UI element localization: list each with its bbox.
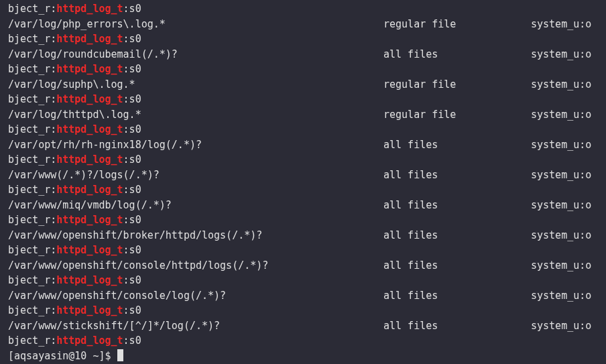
wrap-suffix: :s0: [123, 214, 141, 226]
fcontext-filetype: all files: [383, 198, 531, 213]
fcontext-context: system_u:o: [531, 318, 591, 334]
fcontext-wrap-line: bject_r:httpd_log_t:s0: [8, 303, 606, 318]
wrap-suffix: :s0: [123, 33, 141, 45]
shell-prompt: [aqsayasin@10 ~]$: [8, 350, 117, 362]
selinux-type-highlight: httpd_log_t: [56, 184, 123, 196]
fcontext-path: /var/log/thttpd\.log.*: [8, 107, 383, 123]
fcontext-context: system_u:o: [531, 288, 591, 304]
wrap-suffix: :s0: [123, 63, 141, 75]
fcontext-filetype: all files: [383, 168, 531, 183]
fcontext-path: /var/log/php_errors\.log.*: [8, 17, 383, 32]
wrap-prefix: bject_r:: [8, 33, 56, 45]
fcontext-entry-line: /var/log/php_errors\.log.*regular filesy…: [8, 17, 606, 32]
wrap-suffix: :s0: [123, 123, 141, 135]
fcontext-context: system_u:o: [531, 258, 591, 274]
fcontext-context: system_u:o: [531, 228, 591, 243]
selinux-type-highlight: httpd_log_t: [56, 3, 123, 15]
fcontext-path: /var/www/miq/vmdb/log(/.*)?: [8, 198, 383, 213]
fcontext-wrap-line: bject_r:httpd_log_t:s0: [8, 122, 606, 137]
fcontext-entry-line: /var/log/thttpd\.log.*regular filesystem…: [8, 107, 606, 123]
selinux-type-highlight: httpd_log_t: [56, 244, 123, 256]
fcontext-entry-line: /var/www/openshift/broker/httpd/logs(/.*…: [8, 228, 606, 243]
shell-prompt-line[interactable]: [aqsayasin@10 ~]$: [8, 349, 606, 364]
wrap-prefix: bject_r:: [8, 3, 56, 15]
fcontext-path: /var/log/suphp\.log.*: [8, 77, 383, 93]
wrap-prefix: bject_r:: [8, 304, 56, 316]
selinux-type-highlight: httpd_log_t: [56, 63, 123, 75]
fcontext-wrap-line: bject_r:httpd_log_t:s0: [8, 213, 606, 228]
selinux-type-highlight: httpd_log_t: [56, 33, 123, 45]
wrap-suffix: :s0: [123, 93, 141, 105]
fcontext-context: system_u:o: [531, 77, 591, 93]
fcontext-filetype: all files: [383, 288, 531, 304]
selinux-type-highlight: httpd_log_t: [56, 274, 123, 286]
wrap-prefix: bject_r:: [8, 154, 56, 166]
fcontext-filetype: all files: [383, 137, 531, 153]
fcontext-filetype: regular file: [383, 77, 531, 93]
fcontext-context: system_u:o: [531, 47, 591, 62]
selinux-type-highlight: httpd_log_t: [56, 123, 123, 135]
selinux-type-highlight: httpd_log_t: [56, 304, 123, 316]
fcontext-wrap-line: bject_r:httpd_log_t:s0: [8, 333, 606, 349]
fcontext-wrap-line: bject_r:httpd_log_t:s0: [8, 32, 606, 47]
wrap-prefix: bject_r:: [8, 274, 56, 286]
fcontext-wrap-line: bject_r:httpd_log_t:s0: [8, 92, 606, 107]
fcontext-path: /var/log/roundcubemail(/.*)?: [8, 47, 383, 62]
fcontext-wrap-line: bject_r:httpd_log_t:s0: [8, 273, 606, 288]
wrap-suffix: :s0: [123, 154, 141, 166]
fcontext-filetype: all files: [383, 47, 531, 62]
wrap-suffix: :s0: [123, 335, 141, 347]
fcontext-entry-line: /var/log/suphp\.log.*regular filesystem_…: [8, 77, 606, 93]
wrap-prefix: bject_r:: [8, 335, 56, 347]
cursor: [117, 349, 123, 361]
wrap-prefix: bject_r:: [8, 214, 56, 226]
fcontext-path: /var/www/openshift/broker/httpd/logs(/.*…: [8, 228, 383, 243]
wrap-prefix: bject_r:: [8, 93, 56, 105]
fcontext-path: /var/www/openshift/console/httpd/logs(/.…: [8, 258, 383, 274]
fcontext-entry-line: /var/www/stickshift/[^/]*/log(/.*)?all f…: [8, 318, 606, 334]
selinux-type-highlight: httpd_log_t: [56, 335, 123, 347]
terminal-output: bject_r:httpd_log_t:s0/var/log/php_error…: [0, 0, 606, 363]
fcontext-filetype: all files: [383, 228, 531, 243]
wrap-suffix: :s0: [123, 244, 141, 256]
wrap-suffix: :s0: [123, 304, 141, 316]
fcontext-context: system_u:o: [531, 137, 591, 153]
fcontext-path: /var/www(/.*)?/logs(/.*)?: [8, 168, 383, 183]
fcontext-path: /var/www/openshift/console/log(/.*)?: [8, 288, 383, 304]
wrap-suffix: :s0: [123, 184, 141, 196]
fcontext-filetype: regular file: [383, 17, 531, 32]
fcontext-path: /var/opt/rh/rh-nginx18/log(/.*)?: [8, 137, 383, 153]
wrap-prefix: bject_r:: [8, 63, 56, 75]
fcontext-entry-line: /var/www/miq/vmdb/log(/.*)?all filessyst…: [8, 198, 606, 213]
fcontext-entry-line: /var/opt/rh/rh-nginx18/log(/.*)?all file…: [8, 137, 606, 153]
fcontext-filetype: all files: [383, 258, 531, 274]
fcontext-context: system_u:o: [531, 168, 591, 183]
fcontext-filetype: all files: [383, 318, 531, 334]
wrap-prefix: bject_r:: [8, 184, 56, 196]
fcontext-context: system_u:o: [531, 107, 591, 123]
fcontext-wrap-line: bject_r:httpd_log_t:s0: [8, 1, 606, 17]
fcontext-wrap-line: bject_r:httpd_log_t:s0: [8, 62, 606, 77]
wrap-suffix: :s0: [123, 274, 141, 286]
selinux-type-highlight: httpd_log_t: [56, 214, 123, 226]
wrap-prefix: bject_r:: [8, 244, 56, 256]
fcontext-entry-line: /var/www(/.*)?/logs(/.*)?all filessystem…: [8, 168, 606, 183]
wrap-prefix: bject_r:: [8, 123, 56, 135]
fcontext-entry-line: /var/www/openshift/console/httpd/logs(/.…: [8, 258, 606, 274]
fcontext-wrap-line: bject_r:httpd_log_t:s0: [8, 152, 606, 168]
selinux-type-highlight: httpd_log_t: [56, 93, 123, 105]
selinux-type-highlight: httpd_log_t: [56, 154, 123, 166]
fcontext-wrap-line: bject_r:httpd_log_t:s0: [8, 243, 606, 258]
fcontext-entry-line: /var/log/roundcubemail(/.*)?all filessys…: [8, 47, 606, 62]
fcontext-wrap-line: bject_r:httpd_log_t:s0: [8, 182, 606, 198]
wrap-suffix: :s0: [123, 3, 141, 15]
fcontext-entry-line: /var/www/openshift/console/log(/.*)?all …: [8, 288, 606, 304]
fcontext-context: system_u:o: [531, 198, 591, 213]
fcontext-context: system_u:o: [531, 17, 591, 32]
fcontext-filetype: regular file: [383, 107, 531, 123]
fcontext-path: /var/www/stickshift/[^/]*/log(/.*)?: [8, 318, 383, 334]
